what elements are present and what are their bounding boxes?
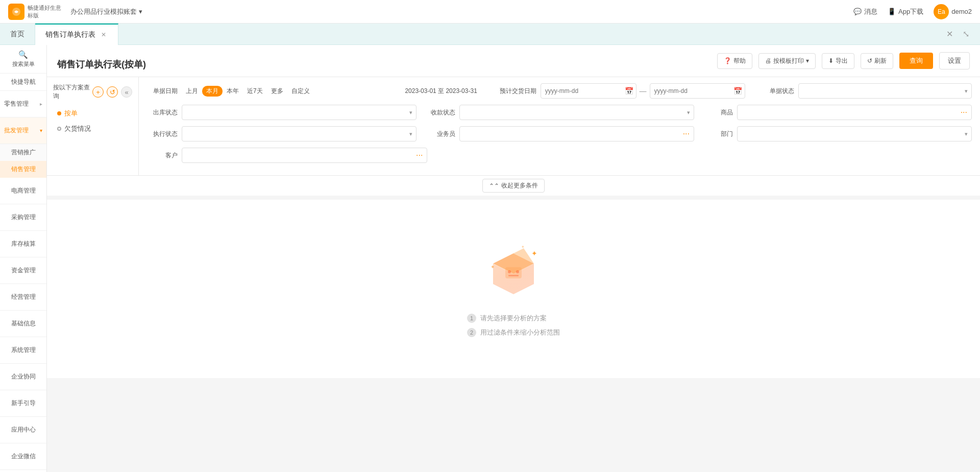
help-icon: ❓ (724, 57, 731, 64)
filter-field-delivery: 预计交货日期 📅 — 📅 (496, 83, 745, 99)
goods-ellipsis: ··· (961, 108, 967, 117)
filter-field-exec-status: 执行状态 ▾ (147, 126, 416, 141)
empty-step-2-text: 用过滤条件来缩小分析范围 (480, 328, 560, 337)
tab-close-icon[interactable]: ✕ (100, 31, 108, 39)
collapse-button[interactable]: ⌃⌃ 收起更多条件 (482, 179, 545, 193)
exec-status-select[interactable] (182, 126, 416, 141)
exec-status-select-wrap: ▾ (182, 126, 416, 141)
empty-step-1-text: 请先选择要分析的方案 (480, 314, 547, 323)
sidebar-item-basic[interactable]: 基础信息 (0, 311, 46, 337)
date-tab-last-month[interactable]: 上月 (182, 86, 202, 97)
filter-area: 按以下方案查询 + ↺ « 按单 欠货情况 (47, 77, 980, 196)
sidebar-item-newbie[interactable]: 新手引导 (0, 390, 46, 417)
goods-label: 商品 (702, 108, 733, 117)
sidebar-item-enterprise-label: 企业协同 (11, 372, 36, 381)
app-selector-label: 办公用品行业模拟账套 (70, 7, 137, 16)
template-print-label: 按模板打印 (773, 57, 804, 65)
delivery-end-input[interactable] (650, 83, 746, 99)
out-status-select[interactable] (182, 105, 416, 120)
sidebar-item-purchase[interactable]: 采购管理 (0, 204, 46, 231)
scheme-item-欠货情况[interactable]: 欠货情况 (53, 121, 132, 136)
filter-row-1: 单据日期 上月 本月 本年 近7天 更多 自定义 (147, 83, 972, 99)
salesperson-select-wrap[interactable]: ··· (459, 126, 694, 141)
scheme-add-button[interactable]: + (92, 86, 104, 98)
date-tab-custom[interactable]: 自定义 (287, 86, 314, 97)
export-label: 导出 (836, 57, 848, 65)
export-button[interactable]: ⬇ 导出 (822, 53, 854, 69)
tab-sales-order[interactable]: 销售订单执行表 ✕ (35, 23, 118, 45)
date-tab-this-year[interactable]: 本年 (223, 86, 243, 97)
sidebar-item-member[interactable]: 畅会员 (0, 470, 46, 472)
svg-text:✦: ✦ (521, 245, 525, 249)
date-tab-this-month[interactable]: 本月 (202, 86, 223, 97)
sidebar-sub-marketing[interactable]: 营销推广 (0, 144, 46, 161)
header-right: 💬 消息 📱 App下载 Ea demo2 (853, 4, 972, 19)
sidebar-item-operations-label: 经营管理 (11, 293, 36, 301)
page-title: 销售订单执行表(按单) (57, 58, 146, 70)
message-label: 消息 (864, 7, 877, 16)
scheme-item-按单[interactable]: 按单 (53, 106, 132, 121)
collapse-bar[interactable]: ⌃⌃ 收起更多条件 (47, 175, 980, 196)
sidebar-item-system[interactable]: 系统管理 (0, 337, 46, 364)
sidebar-item-ecommerce[interactable]: 电商管理 (0, 178, 46, 204)
step-num-2: 2 (467, 328, 476, 337)
date-tab-more[interactable]: 更多 (267, 86, 287, 97)
message-icon: 💬 (853, 8, 862, 15)
message-button[interactable]: 💬 消息 (853, 7, 877, 16)
receipt-status-select[interactable] (459, 105, 694, 120)
sidebar-item-retail[interactable]: 零售管理 ▸ (0, 91, 46, 117)
close-window-button[interactable]: ✕ (943, 28, 955, 40)
tab-home[interactable]: 首页 (0, 23, 35, 45)
refresh-icon: ↺ (867, 57, 872, 64)
chevron-down-icon: ▾ (139, 8, 142, 15)
app-selector[interactable]: 办公用品行业模拟账套 ▾ (66, 5, 146, 18)
sidebar-search[interactable]: 🔍 搜索菜单 (0, 45, 46, 74)
empty-state: ✦ ✦ ✦ 1 请先选择要分析的方案 2 用过滤条件来缩小分析范围 (47, 200, 980, 378)
refresh-button[interactable]: ↺ 刷新 (861, 53, 893, 69)
export-icon: ⬇ (828, 57, 834, 64)
app-download-button[interactable]: 📱 App下载 (888, 7, 923, 16)
settings-button[interactable]: 设置 (939, 52, 970, 69)
scheme-dot-outline (57, 127, 61, 131)
user-profile[interactable]: Ea demo2 (934, 4, 972, 19)
sidebar-item-apps-label: 应用中心 (11, 426, 36, 434)
scheme-refresh-button[interactable]: ↺ (107, 86, 118, 98)
sidebar-item-operations[interactable]: 经营管理 (0, 284, 46, 311)
customer-ellipsis: ··· (416, 151, 423, 160)
receipt-status-select-wrap: ▾ (459, 105, 694, 120)
sidebar-item-wechat[interactable]: 企业微信 (0, 443, 46, 470)
scheme-collapse-button[interactable]: « (121, 86, 132, 98)
status-select[interactable] (798, 83, 972, 99)
filter-row-2: 出库状态 ▾ 收款状态 (147, 105, 972, 120)
sidebar-item-apps[interactable]: 应用中心 (0, 417, 46, 443)
sidebar-item-inventory[interactable]: 库存核算 (0, 231, 46, 257)
filter-field-date: 单据日期 上月 本月 本年 近7天 更多 自定义 (147, 86, 397, 97)
sidebar-item-finance[interactable]: 资金管理 (0, 257, 46, 284)
svg-point-11 (516, 270, 519, 273)
customer-select-wrap[interactable]: ··· (182, 148, 427, 163)
calendar-icon-end[interactable]: 📅 (733, 87, 742, 95)
calendar-icon-start[interactable]: 📅 (625, 87, 633, 95)
empty-step-2: 2 用过滤条件来缩小分析范围 (467, 328, 560, 337)
sidebar-quick-nav[interactable]: 快捷导航 (0, 74, 46, 91)
svg-text:✦: ✦ (491, 264, 495, 270)
delivery-start-wrap: 📅 (541, 83, 636, 99)
sidebar-item-wholesale[interactable]: 批发管理 ▾ (0, 117, 46, 144)
page-header-actions: ❓ 帮助 🖨 按模板打印 ▾ ⬇ 导出 ↺ 刷新 查询 设置 (717, 52, 970, 77)
filter-panel: 按以下方案查询 + ↺ « 按单 欠货情况 (47, 77, 980, 175)
scheme-header: 按以下方案查询 + ↺ « (53, 83, 132, 101)
sidebar-item-wholesale-label: 批发管理 (4, 126, 29, 135)
date-tab-7days[interactable]: 近7天 (243, 86, 267, 97)
main-layout: 🔍 搜索菜单 快捷导航 零售管理 ▸ 批发管理 ▾ 营销推广 销售管理 电商管理… (0, 45, 980, 472)
date-tabs: 上月 本月 本年 近7天 更多 自定义 (182, 86, 314, 97)
dept-select[interactable] (737, 126, 972, 141)
expand-window-button[interactable]: ⤡ (960, 28, 972, 40)
sidebar-item-enterprise[interactable]: 企业协同 (0, 364, 46, 390)
delivery-start-input[interactable] (541, 83, 636, 99)
sidebar-sub-sales[interactable]: 销售管理 (0, 161, 46, 178)
template-print-button[interactable]: 🖨 按模板打印 ▾ (758, 53, 816, 69)
help-button[interactable]: ❓ 帮助 (717, 53, 752, 69)
svg-rect-9 (505, 267, 522, 278)
goods-select-wrap[interactable]: ··· (737, 105, 972, 120)
query-button[interactable]: 查询 (899, 53, 933, 69)
